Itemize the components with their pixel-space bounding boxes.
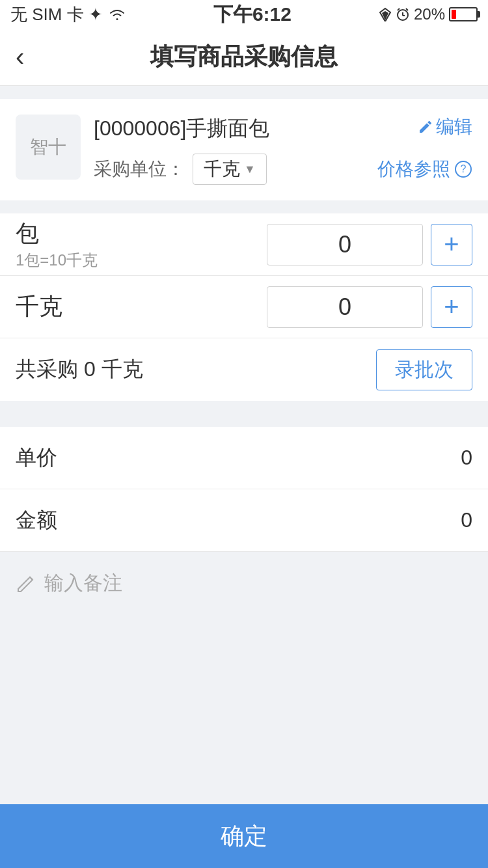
- amount-row: 金额 0: [0, 489, 488, 552]
- section-divider-2: [0, 401, 488, 414]
- sim-label: 无 SIM 卡 ✦: [10, 3, 103, 26]
- unit-select[interactable]: 千克 ▼: [193, 154, 267, 185]
- unit-price-label: 单价: [16, 444, 57, 472]
- empty-area: [0, 615, 488, 810]
- amount-label: 金额: [16, 506, 57, 535]
- page-title: 填写商品采购信息: [150, 41, 338, 73]
- product-logo: 智十: [30, 138, 66, 156]
- pack-plus-button[interactable]: +: [431, 224, 472, 265]
- info-icon: ?: [454, 160, 472, 178]
- location-icon: [379, 7, 392, 21]
- section-divider-1: [0, 200, 488, 213]
- edit-icon: [418, 119, 433, 135]
- product-thumbnail: 智十: [16, 115, 81, 180]
- pack-field: 0 +: [98, 224, 472, 265]
- amount-value: 0: [461, 508, 472, 532]
- product-info: [0000006]手撕面包 编辑 采购单位： 千克 ▼ 价格参照 ?: [94, 115, 472, 185]
- battery-percent: 20%: [414, 5, 445, 23]
- unit-price-row: 单价 0: [0, 427, 488, 489]
- back-button[interactable]: ‹: [16, 42, 24, 72]
- product-header: [0000006]手撕面包 编辑: [94, 115, 472, 143]
- unit-label: 采购单位：: [94, 157, 185, 182]
- kg-field: 0 +: [94, 286, 472, 328]
- product-unit-row: 采购单位： 千克 ▼ 价格参照 ?: [94, 154, 472, 185]
- svg-text:?: ?: [461, 163, 467, 174]
- kg-label-group: 千克: [16, 291, 94, 323]
- price-section: 单价 0 金额 0: [0, 427, 488, 552]
- price-reference-button[interactable]: 价格参照 ?: [377, 157, 472, 182]
- pencil-icon: [16, 573, 36, 594]
- pack-label: 包: [16, 218, 98, 250]
- alarm-icon: [396, 7, 410, 21]
- input-section: 包 1包=10千克 0 + 千克 0 +: [0, 213, 488, 338]
- pack-sublabel: 1包=10千克: [16, 250, 98, 271]
- svg-line-3: [398, 8, 400, 10]
- product-name: [0000006]手撕面包: [94, 115, 269, 143]
- unit-price-value: 0: [461, 446, 472, 470]
- dropdown-arrow-icon: ▼: [244, 163, 256, 176]
- status-bar: 无 SIM 卡 ✦ 下午6:12 20%: [0, 0, 488, 29]
- pack-quantity-input[interactable]: 0: [267, 224, 423, 265]
- status-right: 20%: [379, 5, 478, 23]
- remark-placeholder: 输入备注: [44, 570, 122, 597]
- status-left: 无 SIM 卡 ✦: [10, 3, 126, 26]
- nav-bar: ‹ 填写商品采购信息: [0, 29, 488, 86]
- kg-plus-button[interactable]: +: [431, 286, 472, 328]
- product-card: 智十 [0000006]手撕面包 编辑 采购单位： 千克 ▼ 价格参照: [0, 99, 488, 200]
- remark-section[interactable]: 输入备注: [0, 552, 488, 615]
- kg-quantity-input[interactable]: 0: [267, 286, 423, 328]
- confirm-label: 确定: [221, 821, 267, 852]
- kg-label: 千克: [16, 291, 94, 323]
- kg-input-row: 千克 0 +: [0, 276, 488, 338]
- confirm-bar[interactable]: 确定: [0, 804, 488, 868]
- svg-line-4: [406, 8, 408, 10]
- summary-row: 共采购 0 千克 录批次: [0, 338, 488, 401]
- wifi-icon: [108, 8, 126, 21]
- status-time: 下午6:12: [213, 1, 291, 28]
- pack-label-group: 包 1包=10千克: [16, 218, 98, 271]
- edit-button[interactable]: 编辑: [418, 115, 472, 139]
- summary-text: 共采购 0 千克: [16, 355, 376, 384]
- pack-input-row: 包 1包=10千克 0 +: [0, 213, 488, 276]
- record-batch-button[interactable]: 录批次: [376, 349, 472, 390]
- battery-icon: [449, 7, 478, 21]
